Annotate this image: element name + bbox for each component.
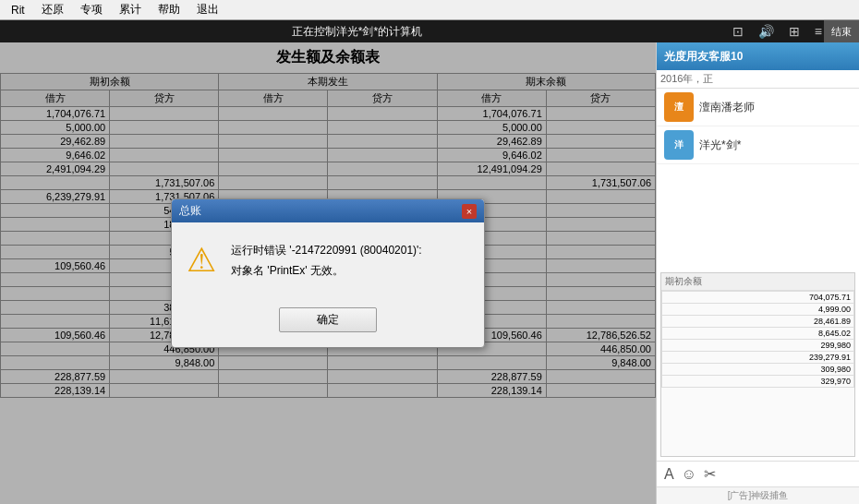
mini-chart-cell: 309,980 [662,364,854,376]
settings-icon[interactable]: ≡ [815,24,822,39]
top-menu-bar: Rit 还原 专项 累计 帮助 退出 [0,0,859,20]
mini-chart-panel: 期初余额 704,075.714,999.0028,461.898,645.02… [660,272,855,457]
remote-icons: ⊡ 🔊 ⊞ ≡ [732,24,822,39]
ad-banner: [广告]神级捕鱼 [657,486,859,504]
menu-rit[interactable]: Rit [4,2,32,18]
modal-titlebar: 总账 × [172,199,484,222]
mini-chart-cell: 299,980 [662,340,854,352]
emoji-icon[interactable]: ☺ [682,466,696,483]
accounting-area: 发生额及余额表 期初余额 本期发生 期末余额 借方 贷方 借方 贷方 借方 贷方 [0,42,656,504]
screen-icon[interactable]: ⊡ [732,24,744,39]
right-sidebar: 光度用友客服10 2016年，正 澶 澶南潘老师 洋 洋光*剑* 期初余额 70… [656,42,859,504]
confirm-button[interactable]: 确定 [279,307,377,332]
modal-overlay: 总账 × ⚠ 运行时错误 '-2147220991 (80040201)': 对… [0,42,656,504]
contact-list: 澶 澶南潘老师 洋 洋光*剑* [657,89,859,269]
menu-special[interactable]: 专项 [73,0,110,19]
contact-item-2[interactable]: 洋 洋光*剑* [657,126,859,164]
avatar-2: 洋 [664,130,694,160]
sidebar-bottom: A ☺ ✂ [657,461,859,486]
contact-item-1[interactable]: 澶 澶南潘老师 [657,89,859,126]
menu-cumulative[interactable]: 累计 [112,0,149,19]
menu-help[interactable]: 帮助 [151,0,188,19]
modal-footer: 确定 [172,300,484,347]
contact-name-2: 洋光*剑* [699,138,741,153]
scissors-icon[interactable]: ✂ [704,465,716,483]
sidebar-header: 光度用友客服10 [657,42,859,70]
remote-banner-text: 正在控制洋光*剑*的计算机 [0,24,714,40]
text-icon[interactable]: A [664,466,674,483]
error-line-2: 对象名 'PrintEx' 无效。 [231,261,422,282]
mini-chart-title: 期初余额 [661,273,854,291]
mini-chart-cell: 8,645.02 [662,328,854,340]
main-layout: 发生额及余额表 期初余额 本期发生 期末余额 借方 贷方 借方 贷方 借方 贷方 [0,42,859,504]
end-remote-button[interactable]: 结束 [824,20,859,42]
error-dialog: 总账 × ⚠ 运行时错误 '-2147220991 (80040201)': 对… [171,198,485,347]
remote-control-banner: 正在控制洋光*剑*的计算机 ⊡ 🔊 ⊞ ≡ 结束 [0,20,859,42]
mini-chart-cell: 329,970 [662,376,854,388]
error-line-1: 运行时错误 '-2147220991 (80040201)': [231,241,422,261]
modal-message: 运行时错误 '-2147220991 (80040201)': 对象名 'Pri… [231,241,422,281]
modal-body: ⚠ 运行时错误 '-2147220991 (80040201)': 对象名 'P… [172,222,484,299]
mini-chart-cell: 704,075.71 [662,292,854,304]
modal-close-button[interactable]: × [462,204,477,219]
sidebar-year: 2016年，正 [660,73,713,84]
modal-title: 总账 [179,203,201,219]
mini-chart-cell: 239,279.91 [662,352,854,364]
mini-chart-cell: 28,461.89 [662,316,854,328]
contact-name-1: 澶南潘老师 [699,100,755,115]
sidebar-title: 光度用友客服10 [664,49,743,65]
menu-restore[interactable]: 还原 [34,0,71,19]
warning-icon: ⚠ [187,241,216,280]
menu-exit[interactable]: 退出 [189,0,226,19]
avatar-1: 澶 [664,92,694,122]
mini-chart-cell: 4,999.00 [662,304,854,316]
mini-chart-table: 704,075.714,999.0028,461.898,645.02299,9… [661,291,854,388]
volume-icon[interactable]: 🔊 [758,24,774,39]
layout-icon[interactable]: ⊞ [789,24,800,39]
